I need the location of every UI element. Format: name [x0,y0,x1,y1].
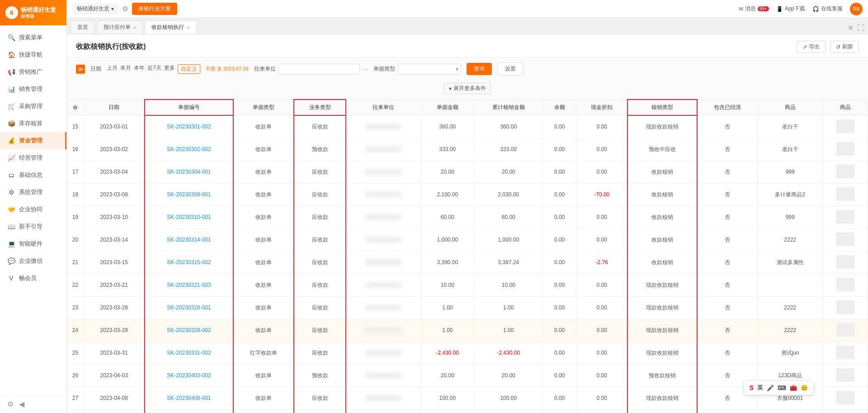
voucher-link[interactable]: SK-20230328-002 [167,327,211,333]
cell-balance: 0.00 [543,161,576,183]
sidebar-item-enterprise[interactable]: 🤝企业协同 [0,201,66,218]
date-this-year[interactable]: 本年 [134,64,145,74]
cell-partner [346,228,421,251]
sidebar-item-purchase[interactable]: 🛒采购管理 [0,98,66,115]
sidebar-item-finance[interactable]: 💰资金管理 [0,132,66,149]
voucher-link[interactable]: SK-20230408-001 [167,395,211,401]
sidebar-item-inventory[interactable]: 📦库存核算 [0,115,66,132]
cell-product1: 老白干 [758,138,823,161]
filter-toggle-button[interactable]: ≫ [76,65,85,74]
voucher-link[interactable]: SK-20230314-001 [167,237,211,243]
industry-solution-button[interactable]: 体验行业方案 [132,3,177,15]
sidebar-item-marketing[interactable]: 📢营销推广 [0,63,66,81]
sidebar-item-quicknav[interactable]: 🏠快捷导航 [0,46,66,63]
cell-include-cleared: 否 [697,342,757,364]
date-custom[interactable]: 自定义 [178,64,200,74]
online-service-item[interactable]: 🎧 在线客服 [812,5,843,13]
app-download-item[interactable]: 📱 App下载 [776,5,805,13]
partner-more-icon[interactable]: ··· [363,66,368,73]
ime-mic-icon[interactable]: 🎤 [767,385,774,391]
settings-button[interactable]: 设置 [497,62,524,76]
sidebar-item-vip[interactable]: V畅会员 [0,270,66,287]
ime-emoji-icon[interactable]: 😊 [801,385,808,391]
cell-no: 21 [67,251,84,274]
sidebar-item-sales[interactable]: 📊销售管理 [0,81,66,98]
sidebar-collapse-icon[interactable]: ◀ [19,400,24,408]
date-this-month[interactable]: 本月 [120,64,131,74]
query-button[interactable]: 查询 [467,63,492,75]
expand-tabbar-icon[interactable]: ⛶ [857,24,864,32]
cell-cumulative: 3,387.24 [474,251,543,274]
expand-more-conditions[interactable]: ▾ 展开更多条件 [444,83,491,94]
voucher-link[interactable]: SK-20230310-001 [167,214,211,220]
topbar-dropdown[interactable]: 畅销通好生意 ▾ [72,3,118,14]
ime-keyboard-icon[interactable]: ⌨ [778,385,786,391]
cell-cumulative: 1.00 [474,319,543,342]
th-settings[interactable]: ⚙ [67,100,84,115]
cell-balance: 0.00 [543,251,576,274]
date-quick-links: 上月 本月 本年 近7天 更多 自定义 [107,64,200,74]
partner-input[interactable] [278,64,360,75]
tab-receivable-close[interactable]: × [187,25,189,30]
cell-no: 25 [67,342,84,364]
cell-balance: 0.00 [543,296,576,319]
data-table: ⚙ 日期 单据编号 单据类型 业务类型 往来单位 单据金额 累计核销金额 余额 … [67,99,868,413]
sidebar-item-hardware[interactable]: 💻智能硬件 [0,235,66,252]
quicknav-icon: 🏠 [7,51,15,58]
export-icon: ↗ [802,44,807,50]
content-area: 收款核销执行(按收款) ↗ 导出 ↺ 刷新 ≫ 日期 上月 本月 [67,34,868,413]
cell-include-cleared: 否 [697,409,757,413]
sidebar-item-search[interactable]: 🔍搜索菜单 [0,29,66,46]
tab-receivable[interactable]: 收款核销执行 × [145,20,196,34]
cell-business-type: 应收款 [294,115,346,138]
sidebar-item-operations[interactable]: 📈经营管理 [0,149,66,166]
sales-icon: 📊 [7,85,15,93]
date-more[interactable]: 更多 [164,64,175,74]
date-last-month[interactable]: 上月 [107,64,118,74]
cell-amount: 360.00 [421,115,474,138]
topbar-left: 畅销通好生意 ▾ ⚙ 体验行业方案 [72,3,735,15]
close-all-tabs-icon[interactable]: ✕ [848,24,854,32]
voucher-link[interactable]: SK-20230308-001 [167,191,211,198]
cell-voucher-no: SK-20230301-002 [145,115,233,138]
cell-partner [346,296,421,319]
export-button[interactable]: ↗ 导出 [797,41,826,53]
tab-payable-close[interactable]: × [133,25,136,30]
cell-partner [346,251,421,274]
voucher-link[interactable]: SK-20230315-002 [167,259,211,266]
cell-balance: 0.00 [543,274,576,296]
sidebar-footer: ⚙ ◀ [0,395,66,413]
cell-amount: 1,000.00 [421,228,474,251]
sidebar-settings-icon[interactable]: ⚙ [7,400,14,408]
tab-home[interactable]: 首页 [71,20,95,34]
voucher-link[interactable]: SK-20230331-002 [167,350,211,356]
voucher-link[interactable]: SK-20230328-001 [167,304,211,311]
avatar[interactable]: Rit [850,3,863,15]
ime-tools-icon[interactable]: 🧰 [790,385,797,391]
cell-product1: 2222 [758,319,823,342]
refresh-button[interactable]: ↺ 刷新 [830,41,859,53]
cell-product2 [823,138,868,161]
date-last-7days[interactable]: 近7天 [147,64,161,74]
cell-voucher-type: 收款单 [233,387,294,409]
cell-product1: 多计量商品2 [758,183,823,206]
voucher-link[interactable]: SK-20230302-002 [167,146,211,152]
voucher-type-select[interactable] [398,64,461,75]
voucher-link[interactable]: SK-20230304-001 [167,169,211,175]
sidebar-item-system[interactable]: ⚙系统管理 [0,184,66,201]
sidebar-item-basics[interactable]: 🗂基础信息 [0,166,66,184]
th-balance: 余额 [543,100,576,115]
voucher-link[interactable]: SK-20230321-003 [167,282,211,288]
cell-voucher-no: SK-20230304-001 [145,161,233,183]
cell-write-off-type: 收款核销 [627,161,697,183]
sidebar-item-wechat[interactable]: 💬企业微信 [0,252,66,270]
tab-payable[interactable]: 预计应付单 × [97,20,143,34]
voucher-link[interactable]: SK-20230403-002 [167,372,211,379]
messages-icon-item[interactable]: ✉ 消息 99+ [739,5,769,13]
voucher-link[interactable]: SK-20230301-002 [167,123,211,130]
sidebar-item-guide[interactable]: 📖新手引导 [0,218,66,235]
table-header: ⚙ 日期 单据编号 单据类型 业务类型 往来单位 单据金额 累计核销金额 余额 … [67,100,868,115]
topbar-gear-icon[interactable]: ⚙ [120,3,130,15]
table-body: 15 2023-03-01 SK-20230301-002 收款单 应收款 36… [67,115,868,413]
cell-no: 27 [67,387,84,409]
